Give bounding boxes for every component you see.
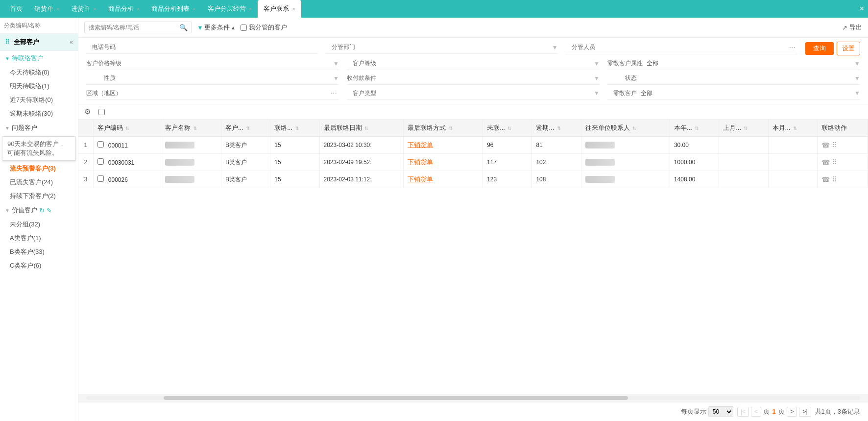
filter-customer-level[interactable]: 客户等级 ▼ (347, 59, 600, 70)
last-page-button[interactable]: >| (799, 407, 811, 417)
query-button[interactable]: 查询 (805, 42, 834, 55)
close-icon[interactable]: × (93, 6, 96, 12)
col-contact-person[interactable]: 往来单位联系人 ⇅ (581, 120, 670, 137)
sidebar-item-7days[interactable]: 近7天待联络(0) (0, 93, 78, 107)
sidebar-item-today[interactable]: 今天待联络(0) (0, 66, 78, 79)
edit-icon[interactable]: ✎ (47, 207, 52, 214)
sidebar-group-pending[interactable]: ▼ 待联络客户 (0, 51, 78, 66)
contact-action-icon[interactable]: ☎ (821, 175, 830, 183)
sidebar-item-overdue[interactable]: 逾期未联络(30) (0, 107, 78, 121)
tab-home[interactable]: 首页 (4, 0, 28, 18)
filter-price-level[interactable]: 客户价格等级 ▼ (86, 59, 339, 70)
refresh-icon[interactable]: ↻ (39, 207, 45, 214)
filter-region[interactable]: 区域（地区） ··· (86, 89, 339, 100)
tab-product-list[interactable]: 商品分析列表 × (145, 0, 201, 18)
contact-action-icon[interactable]: ☎ (821, 158, 830, 166)
table-toolbar: ⚙ (78, 104, 868, 120)
close-icon[interactable]: × (249, 6, 252, 12)
table-row: 3 000026 B类客户 15 2023-02-03 11:12: 下销货单 … (78, 171, 868, 188)
sidebar-search-area: 🔍 (0, 18, 78, 34)
tab-customer-layering[interactable]: 客户分层经营 × (202, 0, 258, 18)
close-icon[interactable]: × (56, 6, 59, 12)
sidebar-item-declining[interactable]: 持续下滑客户(2) (0, 189, 78, 203)
more-action-icon[interactable]: ⠿ (832, 158, 837, 166)
col-type[interactable]: 客户... ⇅ (221, 120, 270, 137)
filter-person[interactable]: 分管人员 ··· (566, 43, 797, 54)
ellipsis-icon[interactable]: ··· (329, 89, 339, 98)
tab-sales-order[interactable]: 销货单 × (28, 0, 65, 18)
filter-payment[interactable]: 收付款条件 ▼ (347, 74, 600, 85)
filter-dept[interactable]: 分管部门 ▼ (326, 43, 557, 54)
sort-icon: ⇅ (632, 125, 636, 131)
scrollbar-thumb[interactable] (164, 396, 628, 400)
sidebar-item-class-b[interactable]: B类客户(33) (0, 245, 78, 259)
sidebar-item-churned[interactable]: 已流失客户(24) (0, 175, 78, 189)
sidebar-all-customers[interactable]: ⠿ 全部客户 « (0, 34, 78, 51)
sidebar-item-churn-warning[interactable]: 流失预警客户(3) (0, 162, 78, 175)
sidebar-item-class-c[interactable]: C类客户(6) (0, 259, 78, 272)
col-last-date[interactable]: 最后联络日期 ⇅ (319, 120, 404, 137)
tab-customer-contact[interactable]: 客户联系 × (258, 0, 301, 18)
next-page-button[interactable]: > (787, 407, 797, 417)
tab-purchase-order[interactable]: 进货单 × (65, 0, 102, 18)
settings-button[interactable]: 设置 (837, 42, 860, 55)
col-this-year[interactable]: 本年... ⇅ (670, 120, 719, 137)
my-customers-checkbox[interactable] (241, 25, 247, 31)
ellipsis-icon[interactable]: ··· (787, 43, 797, 52)
sidebar-item-class-a[interactable]: A类客户(1) (0, 231, 78, 245)
col-name[interactable]: 客户名称 ⇅ (161, 120, 221, 137)
col-code[interactable]: 客户编码 ⇅ (93, 120, 161, 137)
sidebar-item-tomorrow[interactable]: 明天待联络(1) (0, 79, 78, 93)
search-icon[interactable]: 🔍 (179, 24, 188, 31)
sidebar-group-problem[interactable]: ▼ 问题客户 (0, 121, 78, 135)
arrow-down-icon: ▼ (5, 56, 10, 61)
row-checkbox[interactable] (97, 141, 104, 148)
phone-input[interactable] (120, 44, 318, 51)
sidebar-group-value[interactable]: ▼ 价值客户 ↻ ✎ (0, 203, 78, 218)
filter-zero-customer[interactable]: 零散客户 全部 ▼ (607, 89, 860, 100)
cell-no-contact: 123 (483, 171, 532, 188)
filter-status[interactable]: 状态 ▼ (607, 74, 860, 85)
contact-action-icon[interactable]: ☎ (821, 141, 830, 149)
prev-page-button[interactable]: < (751, 407, 761, 417)
export-button[interactable]: ↗ 导出 (842, 23, 862, 32)
page-size-dropdown[interactable]: 50 100 200 (708, 406, 733, 417)
collapse-icon: « (70, 39, 73, 46)
more-action-icon[interactable]: ⠿ (832, 175, 837, 183)
table-row: 2 00030031 B类客户 15 2023-02-09 19:52: 下销货… (78, 154, 868, 171)
chevron-down-icon: ▼ (854, 75, 860, 82)
first-page-button[interactable]: |< (737, 407, 749, 417)
page-navigation: |< < 页 1 页 > >| (737, 407, 811, 417)
chevron-down-icon: ▼ (594, 60, 600, 67)
tab-product-analysis[interactable]: 商品分析 × (102, 0, 145, 18)
table-settings-icon[interactable]: ⚙ (84, 107, 91, 116)
chevron-up-icon: ▲ (231, 25, 236, 30)
col-no-contact[interactable]: 未联... ⇅ (483, 120, 532, 137)
close-icon[interactable]: × (137, 6, 140, 12)
current-page-label: 页 1 页 (763, 407, 785, 416)
more-filter-button[interactable]: ▼ 更多条件 ▲ (197, 23, 236, 32)
col-this-month[interactable]: 本月... ⇅ (768, 120, 817, 137)
close-icon[interactable]: × (292, 6, 295, 12)
col-overdue[interactable]: 逾期... ⇅ (532, 120, 581, 137)
search-input[interactable] (89, 24, 179, 31)
more-action-icon[interactable]: ⠿ (832, 141, 837, 149)
col-last-month[interactable]: 上月... ⇅ (719, 120, 768, 137)
filter-gender[interactable]: 性质 ▼ (86, 74, 339, 85)
row-checkbox[interactable] (97, 158, 104, 165)
sidebar-item-ungrouped[interactable]: 未分组(32) (0, 218, 78, 231)
arrow-right-icon: ▼ (5, 125, 10, 131)
close-icon[interactable]: × (193, 6, 195, 12)
filter-zero-attr[interactable]: 零散客户属性 全部 ▼ (607, 59, 860, 70)
row-checkbox[interactable] (97, 175, 104, 182)
close-window-icon[interactable]: × (860, 4, 864, 13)
select-all-checkbox[interactable] (98, 109, 105, 115)
sort-icon: ⇅ (557, 125, 561, 131)
horizontal-scrollbar[interactable] (86, 396, 860, 400)
sort-icon: ⇅ (295, 125, 299, 131)
sidebar-search-input[interactable] (4, 22, 77, 29)
col-last-method[interactable]: 最后联络方式 ⇅ (404, 120, 483, 137)
filter-customer-type[interactable]: 客户类型 ▼ (347, 89, 600, 100)
sort-icon: ⇅ (744, 125, 747, 131)
col-contact[interactable]: 联络... ⇅ (270, 120, 319, 137)
